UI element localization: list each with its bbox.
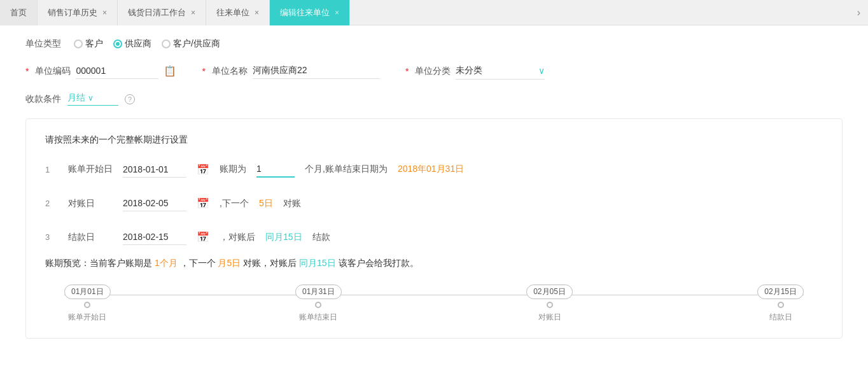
payment-terms-dropdown[interactable]: 月结 ∨ xyxy=(67,92,118,106)
timeline-dot-2 xyxy=(315,302,321,308)
payment-date-input[interactable] xyxy=(123,229,186,245)
payment-terms-arrow: ∨ xyxy=(88,94,94,102)
row-1-end-date: 2018年01月31日 xyxy=(398,164,464,175)
timeline-dot-1 xyxy=(84,302,90,308)
preview-month: 1个月 xyxy=(155,258,178,268)
row-num-3: 3 xyxy=(45,232,58,242)
radio-both[interactable]: 客户/供应商 xyxy=(162,38,220,50)
row-label-3: 结款日 xyxy=(68,232,113,243)
unit-code-input[interactable] xyxy=(76,63,158,79)
unit-name-group: * 单位名称 xyxy=(202,63,379,79)
row-1-suffix: 个月,账单结束日期为 xyxy=(305,164,388,175)
timeline-badge-1: 01月01日 xyxy=(64,285,111,299)
radio-supplier-circle xyxy=(113,39,122,48)
tab-scroll-arrow[interactable]: › xyxy=(850,7,868,18)
payment-terms-label: 收款条件 xyxy=(25,94,61,105)
settings-panel: 请按照未来的一个完整帐期进行设置 1 账单开始日 📅 账期为 个月,账单结束日期… xyxy=(25,118,843,339)
setting-row-3: 3 结款日 📅 ，对账后 同月15日 结款 xyxy=(45,229,823,245)
unit-category-value: 未分类 xyxy=(456,65,536,76)
timeline-line xyxy=(64,295,804,295)
preview-suffix: 该客户会给我打款。 xyxy=(339,258,419,268)
timeline-badge-2: 01月31日 xyxy=(295,285,342,299)
tab-home[interactable]: 首页 xyxy=(0,0,38,25)
row-2-highlight: 5日 xyxy=(259,198,273,209)
radio-customer[interactable]: 客户 xyxy=(74,38,103,50)
tab-partner[interactable]: 往来单位 × xyxy=(206,0,270,25)
timeline: 01月01日 账单开始日 01月31日 账单结束日 02月05日 对账日 02月… xyxy=(45,285,823,323)
row-num-2: 2 xyxy=(45,199,58,208)
timeline-point-1: 01月01日 账单开始日 xyxy=(64,285,111,323)
radio-both-label: 客户/供应商 xyxy=(173,38,220,50)
month-input[interactable] xyxy=(256,161,295,178)
timeline-label-3: 对账日 xyxy=(538,312,561,323)
setting-row-1: 1 账单开始日 📅 账期为 个月,账单结束日期为 2018年01月31日 xyxy=(45,161,823,178)
tab-partner-close[interactable]: × xyxy=(255,8,259,17)
tab-bar: 首页 销售订单历史 × 钱货日清工作台 × 往来单位 × 编辑往来单位 × › xyxy=(0,0,868,25)
unit-category-label: 单位分类 xyxy=(415,66,451,77)
timeline-badge-3: 02月05日 xyxy=(526,285,573,299)
payment-terms-row: 收款条件 月结 ∨ ? xyxy=(25,92,843,106)
row-3-highlight: 同月15日 xyxy=(265,232,302,243)
row-1-prefix: 账期为 xyxy=(220,164,246,175)
tab-sales-history-close[interactable]: × xyxy=(102,8,107,17)
main-content: 单位类型 客户 供应商 客户/供应商 * 单位编码 📋 * 单位名称 xyxy=(0,25,868,387)
unit-code-star: * xyxy=(25,66,29,76)
unit-name-input[interactable] xyxy=(253,63,380,79)
row-label-1: 账单开始日 xyxy=(68,164,113,175)
payment-terms-help[interactable]: ? xyxy=(125,94,135,104)
timeline-label-4: 结款日 xyxy=(769,312,792,323)
tab-cash-work-close[interactable]: × xyxy=(191,8,195,17)
tab-partner-label: 往来单位 xyxy=(216,7,249,18)
tab-cash-work-label: 钱货日清工作台 xyxy=(128,7,186,18)
tab-edit-partner-close[interactable]: × xyxy=(335,8,339,17)
row-3-suffix: 结款 xyxy=(312,232,330,243)
preview-day: 月5日 xyxy=(218,258,241,268)
start-date-calendar[interactable]: 📅 xyxy=(197,164,209,176)
reconcile-date-calendar[interactable]: 📅 xyxy=(197,197,209,209)
row-3-prefix: ，对账后 xyxy=(220,232,255,243)
timeline-point-2: 01月31日 账单结束日 xyxy=(295,285,342,323)
unit-category-group: * 单位分类 未分类 ∨ xyxy=(405,62,545,80)
preview-prefix: 账期预览：当前客户账期是 xyxy=(45,258,152,268)
tab-edit-partner[interactable]: 编辑往来单位 × xyxy=(270,0,350,25)
timeline-label-2: 账单结束日 xyxy=(299,312,337,323)
radio-supplier-label: 供应商 xyxy=(125,38,151,50)
row-2-prefix: ,下一个 xyxy=(220,198,249,209)
timeline-dot-4 xyxy=(778,302,784,308)
radio-customer-label: 客户 xyxy=(85,38,103,50)
panel-title: 请按照未来的一个完整帐期进行设置 xyxy=(45,134,823,146)
start-date-input[interactable] xyxy=(123,162,186,178)
tab-home-label: 首页 xyxy=(10,7,27,18)
unit-category-select[interactable]: 未分类 ∨ xyxy=(456,62,545,80)
reconcile-date-input[interactable] xyxy=(123,195,186,211)
radio-both-circle xyxy=(162,39,171,48)
preview-same-day: 同月15日 xyxy=(299,258,336,268)
unit-type-label: 单位类型 xyxy=(25,38,61,50)
payment-terms-value: 月结 xyxy=(67,92,85,104)
tab-cash-work[interactable]: 钱货日清工作台 × xyxy=(118,0,206,25)
row-2-suffix: 对账 xyxy=(283,198,301,209)
unit-code-group: * 单位编码 📋 xyxy=(25,63,176,79)
row-label-2: 对账日 xyxy=(68,198,113,209)
row-num-1: 1 xyxy=(45,165,58,174)
tab-sales-history-label: 销售订单历史 xyxy=(48,7,97,18)
unit-info-row: * 单位编码 📋 * 单位名称 * 单位分类 未分类 ∨ xyxy=(25,62,843,80)
radio-customer-circle xyxy=(74,39,83,48)
tab-sales-history[interactable]: 销售订单历史 × xyxy=(38,0,118,25)
payment-date-calendar[interactable]: 📅 xyxy=(197,231,209,243)
unit-code-icon[interactable]: 📋 xyxy=(164,65,176,77)
unit-category-arrow: ∨ xyxy=(538,66,545,76)
radio-supplier[interactable]: 供应商 xyxy=(113,38,151,50)
unit-code-label: 单位编码 xyxy=(35,66,71,77)
tab-edit-partner-label: 编辑往来单位 xyxy=(280,7,330,18)
unit-name-star: * xyxy=(202,66,205,76)
preview-mid2: 对账，对账后 xyxy=(243,258,297,268)
preview-text: 账期预览：当前客户账期是 1个月 ，下一个 月5日 对账，对账后 同月15日 该… xyxy=(45,258,823,269)
unit-type-row: 单位类型 客户 供应商 客户/供应商 xyxy=(25,38,843,50)
timeline-point-3: 02月05日 对账日 xyxy=(526,285,573,323)
unit-name-label: 单位名称 xyxy=(212,66,248,77)
preview-mid1: ，下一个 xyxy=(180,258,216,268)
timeline-point-4: 02月15日 结款日 xyxy=(757,285,804,323)
timeline-badge-4: 02月15日 xyxy=(757,285,804,299)
timeline-label-1: 账单开始日 xyxy=(68,312,106,323)
